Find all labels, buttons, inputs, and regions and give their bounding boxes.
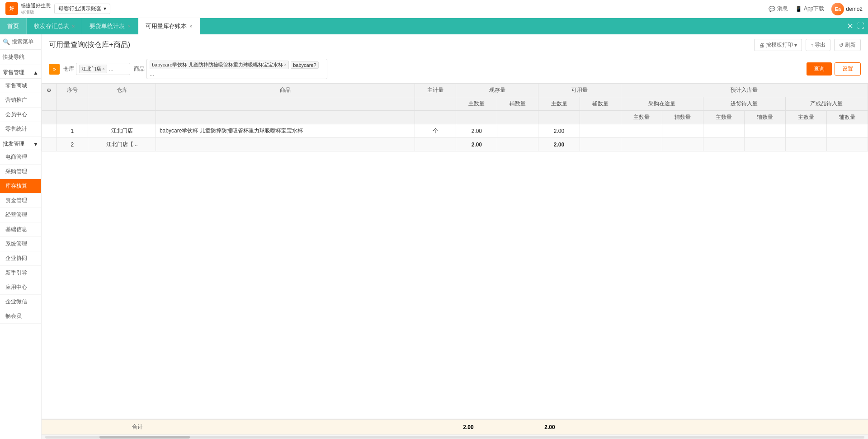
th-settings-3	[42, 111, 57, 124]
sidebar-item-members[interactable]: 会员中心	[0, 108, 41, 122]
scroll-thumb[interactable]	[99, 436, 190, 439]
page-header: 可用量查询(按仓库+商品) 🖨 按模板打印 ▾ ↑ 导出 ↺ 刷新	[42, 34, 868, 55]
tab-order-stat[interactable]: 要货单统计表 ×	[82, 18, 138, 34]
message-icon: 💬	[769, 6, 775, 12]
sidebar: 🔍 搜索菜单 快捷导航 零售管理 ▲ 零售商城 营销推广 会员中心 零售统计 批…	[0, 34, 42, 439]
close-all-tabs-icon[interactable]: ✕	[847, 21, 854, 31]
sidebar-item-finance[interactable]: 资金管理	[0, 194, 41, 208]
warehouse-filter-more[interactable]: ...	[109, 66, 113, 72]
search-menu-item[interactable]: 🔍 搜索菜单	[0, 34, 41, 50]
table-container[interactable]: ⚙ 序号 仓库 商品 主计量 现存量 可用量 预计入库量	[42, 83, 868, 419]
wholesale-header: 批发管理 ▼	[3, 140, 38, 148]
message-nav[interactable]: 💬 消息	[769, 5, 788, 13]
sidebar-section-retail[interactable]: 零售管理 ▲	[0, 65, 41, 79]
refresh-label: 刷新	[845, 41, 856, 49]
print-chevron-icon: ▾	[794, 42, 797, 48]
wholesale-label: 批发管理	[3, 140, 24, 148]
filter-bar: » 仓库 江北门店 × ... 商品 babycare学饮杯 儿童防摔防撞吸管杯…	[42, 55, 868, 83]
avatar: Ea	[831, 3, 844, 15]
message-label: 消息	[777, 5, 788, 13]
th-avail-aux-3	[580, 111, 621, 124]
warehouse-tag-input[interactable]: 江北门店 × ...	[76, 63, 130, 75]
sidebar-item-ecommerce[interactable]: 电商管理	[0, 150, 41, 165]
row-stock-main-1: 2.00	[456, 124, 497, 138]
row-purchase-main-1	[621, 124, 662, 138]
query-btn[interactable]: 查询	[807, 62, 832, 76]
logo-area: 好 畅捷通好生意 标准版	[5, 2, 51, 15]
tab-order-stat-close[interactable]: ×	[127, 24, 130, 29]
footer-avail-main-total: 2.00	[529, 424, 570, 430]
product-tag-1[interactable]: babycare学饮杯 儿童防摔防撞吸管杯重力球吸嘴杯宝宝水杯 ×	[150, 61, 289, 69]
row-product-2	[156, 138, 415, 151]
export-btn[interactable]: ↑ 导出	[806, 39, 830, 51]
sidebar-item-marketing[interactable]: 营销推广	[0, 93, 41, 108]
th-purchase-transit-group: 采购在途量	[621, 97, 703, 111]
row-product-main-2	[785, 138, 826, 151]
sidebar-item-quick-nav[interactable]: 快捷导航	[0, 50, 41, 65]
sidebar-item-retail-mall[interactable]: 零售商城	[0, 79, 41, 93]
sidebar-item-enterprise[interactable]: 企业协同	[0, 251, 41, 266]
row-inbound-aux-1	[744, 124, 785, 138]
sidebar-item-system[interactable]: 系统管理	[0, 237, 41, 251]
expand-icon[interactable]: ⛶	[857, 22, 864, 30]
tab-receipt-close[interactable]: ×	[72, 24, 75, 29]
export-label: 导出	[815, 41, 826, 49]
warehouse-tag-1-remove[interactable]: ×	[102, 66, 105, 71]
sidebar-item-appstore[interactable]: 应用中心	[0, 280, 41, 295]
sidebar-item-inventory[interactable]: 库存核算	[0, 179, 41, 194]
th-row-no-3	[57, 111, 88, 124]
th-row-no-2	[57, 97, 88, 111]
product-tag-2[interactable]: babycare?	[291, 61, 318, 69]
row-inbound-main-2	[703, 138, 744, 151]
user-nav[interactable]: Ea demo2	[831, 3, 863, 15]
row-stock-aux-2	[497, 138, 538, 151]
setting-btn[interactable]: 设置	[835, 62, 861, 76]
industry-label: 母婴行业演示账套	[58, 5, 102, 13]
warehouse-filter-label: 仓库	[63, 65, 74, 73]
tab-home-label: 首页	[7, 22, 19, 30]
th-product-3	[156, 111, 415, 124]
th-current-stock-group: 现存量	[456, 84, 538, 97]
row-inbound-main-1	[703, 124, 744, 138]
product-tag-1-remove[interactable]: ×	[284, 62, 287, 67]
tab-available-close[interactable]: ×	[189, 24, 192, 29]
retail-arrow-icon: ▲	[33, 70, 38, 76]
th-inbound-aux: 辅数量	[744, 111, 785, 124]
th-main-unit-2	[415, 97, 456, 111]
logo-main-text: 畅捷通好生意	[21, 2, 51, 9]
tab-available-label: 可用量库存账本	[146, 22, 187, 30]
sidebar-item-purchase[interactable]: 采购管理	[0, 165, 41, 179]
search-icon: 🔍	[3, 38, 10, 45]
th-purchase-main: 主数量	[621, 111, 662, 124]
tab-home[interactable]: 首页	[0, 18, 27, 34]
tab-receipt[interactable]: 收发存汇总表 ×	[27, 18, 82, 34]
th-avail-main-3	[538, 111, 580, 124]
sidebar-item-retail-stats[interactable]: 零售统计	[0, 122, 41, 137]
sidebar-item-member[interactable]: 畅会员	[0, 309, 41, 324]
tab-available[interactable]: 可用量库存账本 ×	[138, 18, 200, 34]
bottom-scrollbar[interactable]	[42, 434, 868, 439]
row-no-1: 1	[57, 124, 88, 138]
data-table: ⚙ 序号 仓库 商品 主计量 现存量 可用量 预计入库量	[42, 83, 868, 151]
sidebar-item-wechat[interactable]: 企业微信	[0, 295, 41, 309]
th-settings[interactable]: ⚙	[42, 84, 57, 97]
sidebar-item-basic[interactable]: 基础信息	[0, 222, 41, 237]
refresh-btn[interactable]: ↺ 刷新	[834, 39, 861, 51]
sidebar-item-newbie[interactable]: 新手引导	[0, 266, 41, 280]
filter-expand-btn[interactable]: »	[49, 64, 60, 75]
logo-sub-text: 标准版	[21, 9, 51, 15]
industry-selector[interactable]: 母婴行业演示账套 ▾	[54, 4, 110, 14]
print-template-btn[interactable]: 🖨 按模板打印 ▾	[754, 39, 802, 51]
product-filter-more[interactable]: ...	[150, 71, 154, 77]
table-row: 1 江北门店 babycare学饮杯 儿童防摔防撞吸管杯重力球吸嘴杯宝宝水杯 个…	[42, 124, 868, 138]
th-avail-aux: 辅数量	[580, 97, 621, 111]
warehouse-tag-1[interactable]: 江北门店 ×	[79, 65, 107, 73]
row-avail-main-1: 2.00	[538, 124, 580, 138]
sidebar-section-wholesale[interactable]: 批发管理 ▼	[0, 137, 41, 150]
th-avail-main: 主数量	[538, 97, 580, 111]
row-purchase-aux-2	[662, 138, 703, 151]
sidebar-item-operations[interactable]: 经营管理	[0, 208, 41, 222]
product-tag-input[interactable]: babycare学饮杯 儿童防摔防撞吸管杯重力球吸嘴杯宝宝水杯 × babyca…	[146, 59, 327, 79]
app-download-nav[interactable]: 📱 App下载	[795, 5, 824, 13]
row-inbound-aux-2	[744, 138, 785, 151]
